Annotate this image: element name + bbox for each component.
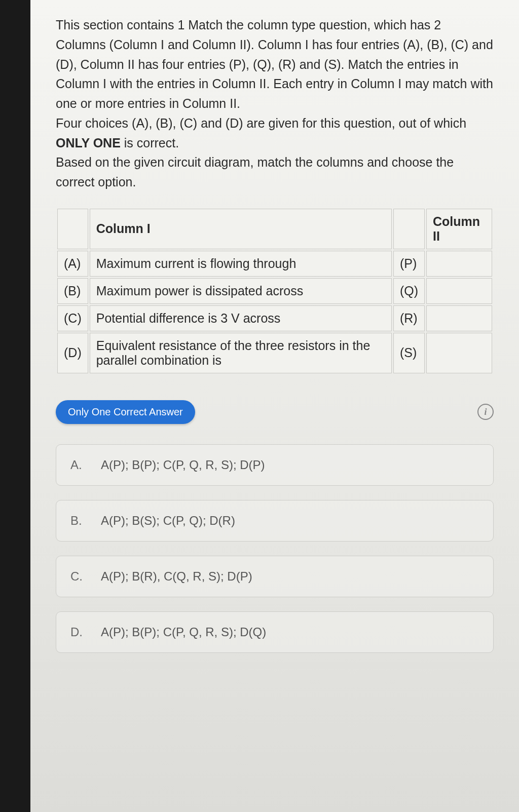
instruction-text: is correct. xyxy=(121,136,179,150)
option-d[interactable]: D. A(P); B(P); C(P, Q, R, S); D(Q) xyxy=(56,611,494,653)
row-text-s xyxy=(426,333,492,373)
row-letter-q: (Q) xyxy=(393,278,425,304)
instruction-paragraph-3: Based on the given circuit diagram, matc… xyxy=(56,152,494,192)
column-2-header: Column II xyxy=(426,209,492,249)
option-letter: D. xyxy=(70,625,86,639)
badge-row: Only One Correct Answer i xyxy=(56,400,494,424)
option-text: A(P); B(S); C(P, Q); D(R) xyxy=(101,514,235,528)
option-letter: B. xyxy=(70,514,86,528)
option-text: A(P); B(R), C(Q, R, S); D(P) xyxy=(101,569,252,584)
row-letter-a: (A) xyxy=(57,251,88,277)
question-page: This section contains 1 Match the column… xyxy=(30,0,519,812)
option-letter: C. xyxy=(70,569,86,584)
row-letter-d: (D) xyxy=(57,333,88,373)
table-row: (C) Potential difference is 3 V across (… xyxy=(57,305,492,331)
info-icon[interactable]: i xyxy=(477,404,494,420)
row-letter-c: (C) xyxy=(57,305,88,331)
answer-type-badge: Only One Correct Answer xyxy=(56,400,195,424)
instruction-paragraph-2: Four choices (A), (B), (C) and (D) are g… xyxy=(56,113,494,153)
row-text-p xyxy=(426,251,492,277)
option-a[interactable]: A. A(P); B(P); C(P, Q, R, S); D(P) xyxy=(56,444,494,486)
row-text-r xyxy=(426,305,492,331)
table-header-row: Column I Column II xyxy=(57,209,492,249)
row-text-q xyxy=(426,278,492,304)
header-spacer xyxy=(57,209,88,249)
match-columns-table: Column I Column II (A) Maximum current i… xyxy=(56,207,494,375)
table-row: (A) Maximum current is flowing through (… xyxy=(57,251,492,277)
instruction-paragraph-1: This section contains 1 Match the column… xyxy=(56,15,494,113)
option-text: A(P); B(P); C(P, Q, R, S); D(Q) xyxy=(101,625,266,639)
only-one-emphasis: ONLY ONE xyxy=(56,136,121,150)
option-letter: A. xyxy=(70,458,86,472)
column-1-header: Column I xyxy=(90,209,392,249)
option-b[interactable]: B. A(P); B(S); C(P, Q); D(R) xyxy=(56,500,494,542)
instructions-block: This section contains 1 Match the column… xyxy=(56,15,494,192)
row-letter-r: (R) xyxy=(393,305,425,331)
row-text-b: Maximum power is dissipated across xyxy=(90,278,392,304)
table-row: (B) Maximum power is dissipated across (… xyxy=(57,278,492,304)
row-letter-s: (S) xyxy=(393,333,425,373)
row-letter-b: (B) xyxy=(57,278,88,304)
table-row: (D) Equivalent resistance of the three r… xyxy=(57,333,492,373)
row-letter-p: (P) xyxy=(393,251,425,277)
option-c[interactable]: C. A(P); B(R), C(Q, R, S); D(P) xyxy=(56,556,494,597)
row-text-d: Equivalent resistance of the three resis… xyxy=(90,333,392,373)
answer-options: A. A(P); B(P); C(P, Q, R, S); D(P) B. A(… xyxy=(56,444,494,653)
option-text: A(P); B(P); C(P, Q, R, S); D(P) xyxy=(101,458,265,472)
row-text-a: Maximum current is flowing through xyxy=(90,251,392,277)
row-text-c: Potential difference is 3 V across xyxy=(90,305,392,331)
instruction-text: Four choices (A), (B), (C) and (D) are g… xyxy=(56,116,466,130)
header-spacer xyxy=(393,209,425,249)
